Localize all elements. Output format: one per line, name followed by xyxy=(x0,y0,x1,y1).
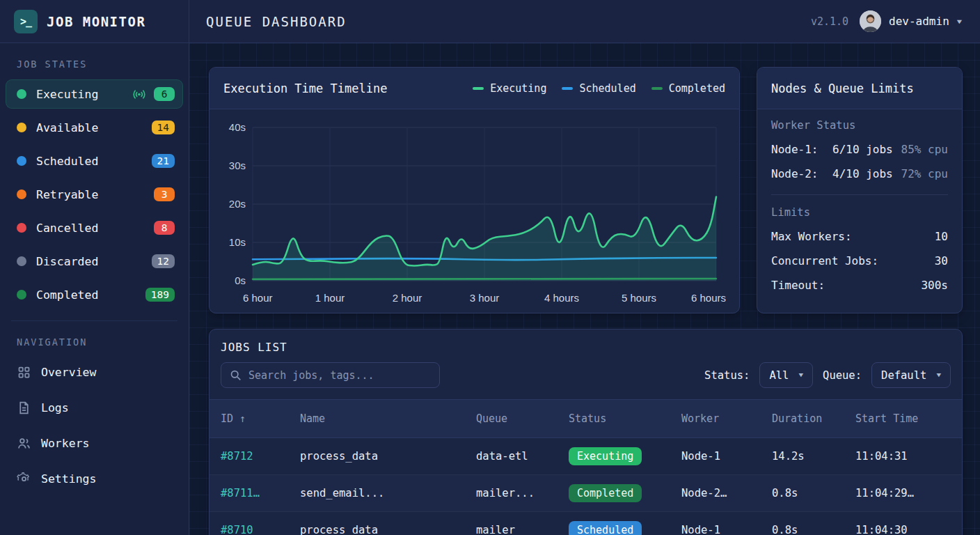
sidebar-item-discarded[interactable]: Discarded12 xyxy=(6,247,183,276)
top-bar: >_ JOB MONITOR QUEUE DASHBOARD v2.1.0 de… xyxy=(0,0,980,43)
sidebar-item-completed[interactable]: Completed189 xyxy=(6,280,183,309)
column-header-id[interactable]: ID ↑ xyxy=(210,412,289,425)
svg-text:6 hours: 6 hours xyxy=(691,292,726,304)
jobs-controls: Status: All ▼ Queue: Default ▼ xyxy=(221,362,951,399)
table-row[interactable]: #8711…send_email...mailer...CompletedNod… xyxy=(210,475,962,512)
legend-label: Executing xyxy=(490,82,546,95)
column-header-status[interactable]: Status xyxy=(558,412,670,425)
legend-label: Completed xyxy=(669,82,725,95)
sidebar-item-retryable[interactable]: Retryable3 xyxy=(6,180,183,209)
queue-filter-select[interactable]: Default ▼ xyxy=(871,362,951,388)
svg-text:0s: 0s xyxy=(235,274,246,286)
state-label: Executing xyxy=(36,88,132,101)
cell-text: 11:04:31 xyxy=(855,450,908,463)
legend-item-scheduled[interactable]: Scheduled xyxy=(562,82,635,95)
state-dot xyxy=(17,256,26,266)
cell-queue: mailer xyxy=(465,524,558,535)
state-count-badge: 6 xyxy=(154,87,175,101)
chart-legend: ExecutingScheduledCompleted xyxy=(473,82,725,95)
worker-rows: Node-1:6/10 jobs85% cpuNode-2:4/10 jobs7… xyxy=(771,143,948,180)
sidebar-divider xyxy=(11,320,177,321)
worker-row: Node-1:6/10 jobs85% cpu xyxy=(771,143,948,156)
worker-name: Node-2: xyxy=(771,167,832,180)
cell-text: 11:04:29… xyxy=(855,487,914,499)
nav-label: Workers xyxy=(41,437,90,450)
state-count-badge: 12 xyxy=(152,254,175,268)
user-menu[interactable]: dev-admin ▼ xyxy=(860,10,962,32)
column-label: Name xyxy=(300,412,325,425)
cell-text: mailer... xyxy=(476,487,535,499)
svg-text:5 hours: 5 hours xyxy=(622,292,656,304)
column-header-start-time[interactable]: Start Time xyxy=(844,412,962,425)
sidebar-item-executing[interactable]: Executing6 xyxy=(6,79,183,109)
column-header-name[interactable]: Name xyxy=(289,412,465,425)
sidebar-item-workers[interactable]: Workers xyxy=(6,428,183,458)
nav-label: Overview xyxy=(41,366,96,379)
state-label: Retryable xyxy=(36,188,154,201)
jobs-card-header: JOBS LIST Status: All xyxy=(210,329,962,399)
navigation-heading: NAVIGATION xyxy=(6,336,183,348)
state-label: Available xyxy=(36,121,152,134)
nav-label: Settings xyxy=(41,472,96,486)
svg-text:40s: 40s xyxy=(229,121,246,133)
main-content: Execution Time Timeline ExecutingSchedul… xyxy=(189,43,980,535)
cell-text: 14.2s xyxy=(772,450,805,463)
sidebar-item-available[interactable]: Available14 xyxy=(6,113,183,142)
column-header-queue[interactable]: Queue xyxy=(465,412,558,425)
worker-name: Node-1: xyxy=(771,143,832,156)
column-label: ID xyxy=(221,412,233,425)
cell-status: Scheduled xyxy=(558,521,670,535)
column-header-duration[interactable]: Duration xyxy=(761,412,844,425)
cell-text: Node-2… xyxy=(681,487,727,499)
cell-queue: mailer... xyxy=(465,487,558,499)
jobs-list-card: JOBS LIST Status: All xyxy=(209,329,963,535)
legend-label: Scheduled xyxy=(579,82,635,95)
sidebar-item-overview[interactable]: Overview xyxy=(6,357,183,387)
queue-filter-value: Default xyxy=(881,369,926,382)
top-cards-row: Execution Time Timeline ExecutingSchedul… xyxy=(209,67,963,313)
chart-plot-area: 40s30s20s10s0s6 hour1 hour2 hour3 hour4 … xyxy=(210,109,739,313)
chevron-down-icon: ▼ xyxy=(936,371,941,378)
state-dot xyxy=(17,89,26,99)
limit-label: Concurrent Jobs: xyxy=(771,254,878,268)
sidebar-item-scheduled[interactable]: Scheduled21 xyxy=(6,146,183,176)
status-badge: Executing xyxy=(569,447,642,465)
nodes-card-header: Nodes & Queue Limits xyxy=(757,68,962,109)
table-row[interactable]: #8710process_datamailerScheduledNode-10.… xyxy=(210,512,962,535)
search-input[interactable] xyxy=(248,369,431,382)
worker-jobs: 6/10 jobs xyxy=(832,143,893,156)
cell-text: data-etl xyxy=(476,450,528,463)
limit-row: Timeout:300s xyxy=(771,279,948,292)
column-label: Queue xyxy=(476,412,507,425)
cell-duration: 14.2s xyxy=(761,450,844,463)
cell-text: #8710 xyxy=(221,524,253,535)
cell-text: 11:04:30 xyxy=(855,524,908,535)
limit-value: 10 xyxy=(935,230,948,243)
sidebar-item-cancelled[interactable]: Cancelled8 xyxy=(6,213,183,242)
cell-worker: Node-2… xyxy=(670,487,761,499)
limit-row: Max Workers:10 xyxy=(771,230,948,243)
cell-start_time: 11:04:31 xyxy=(844,450,962,463)
limit-label: Timeout: xyxy=(771,279,825,292)
sidebar-item-settings[interactable]: Settings xyxy=(6,464,183,493)
cell-text: process_data xyxy=(300,450,378,463)
legend-item-executing[interactable]: Executing xyxy=(473,82,546,95)
column-label: Duration xyxy=(772,412,822,425)
column-header-worker[interactable]: Worker xyxy=(670,412,761,425)
sidebar-item-logs[interactable]: Logs xyxy=(6,393,183,422)
svg-text:3 hour: 3 hour xyxy=(470,292,500,304)
chevron-down-icon: ▼ xyxy=(798,371,803,378)
worker-row: Node-2:4/10 jobs72% cpu xyxy=(771,167,948,180)
brand-logo[interactable]: >_ JOB MONITOR xyxy=(0,0,189,42)
status-filter-select[interactable]: All ▼ xyxy=(759,362,813,388)
cell-status: Completed xyxy=(558,484,670,502)
table-row[interactable]: #8712process_datadata-etlExecutingNode-1… xyxy=(210,438,962,475)
state-dot xyxy=(17,223,26,233)
search-box[interactable] xyxy=(221,362,440,388)
cell-text: Node-1 xyxy=(681,450,720,463)
legend-item-completed[interactable]: Completed xyxy=(651,82,725,95)
app-name: JOB MONITOR xyxy=(47,14,145,29)
cell-name: process_data xyxy=(289,524,465,535)
cell-id: #8712 xyxy=(210,450,289,463)
sidebar: JOB STATES Executing6Available14Schedule… xyxy=(0,43,189,535)
